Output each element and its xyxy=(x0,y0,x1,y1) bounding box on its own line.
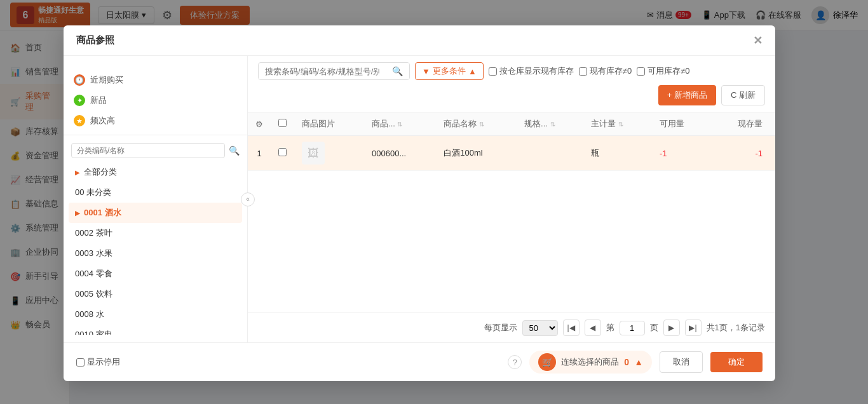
show-disabled-label: 显示停用 xyxy=(87,356,120,368)
sort-icon: ⇅ xyxy=(479,121,484,128)
product-table: ⚙ 商品图片 商品... ⇅ 商品名称 ⇅ 规格... ⇅ 主计量 ⇅ 可用量 … xyxy=(248,112,775,171)
dialog-header: 商品参照 ✕ xyxy=(64,25,775,56)
category-0001[interactable]: ▶ 0001 酒水 xyxy=(69,203,242,223)
category-list: ▶ 全部分类 00 未分类 ▶ 0001 酒水 0002 茶叶 0003 水果 xyxy=(64,162,247,335)
sort-icon: ⇅ xyxy=(550,121,555,128)
checkbox-usable-label: 可用库存≠0 xyxy=(648,65,689,77)
modal-overlay: 商品参照 ✕ 🕐 近期购买 ✦ 新品 ★ xyxy=(0,0,868,404)
more-conditions-label: 更多条件 xyxy=(433,65,466,77)
category-0010[interactable]: 0010 家电 xyxy=(69,325,242,335)
total-info: 共1页，1条记录 xyxy=(707,322,765,333)
category-all-label: 全部分类 xyxy=(84,166,117,178)
quick-item-new[interactable]: ✦ 新品 xyxy=(64,90,247,111)
cancel-btn[interactable]: 取消 xyxy=(660,351,703,373)
quick-item-recent-label: 近期购买 xyxy=(90,74,123,86)
chevron-up-icon: ▲ xyxy=(468,67,477,76)
cell-name: 白酒100ml xyxy=(436,136,517,171)
category-0005-label: 0005 饮料 xyxy=(75,288,112,300)
product-search-btn[interactable]: 🔍 xyxy=(386,63,409,79)
category-0010-label: 0010 家电 xyxy=(75,329,112,335)
page-size-label: 每页显示 xyxy=(484,322,517,333)
pagination-bar: 每页显示 50 10 20 100 |◀ ◀ 第 页 ▶ ▶| 共1页，1条记录 xyxy=(248,313,775,342)
row-checkbox[interactable] xyxy=(278,148,287,156)
product-reference-dialog: 商品参照 ✕ 🕐 近期购买 ✦ 新品 ★ xyxy=(64,25,775,381)
select-all-checkbox[interactable] xyxy=(278,119,287,127)
clock-icon: 🕐 xyxy=(74,74,85,86)
product-image: 🖼 xyxy=(302,142,325,165)
page-unit: 页 xyxy=(650,322,658,333)
chevron-up-icon[interactable]: ▲ xyxy=(634,357,643,367)
cell-checkbox[interactable] xyxy=(271,136,294,171)
category-0002[interactable]: 0002 茶叶 xyxy=(69,223,242,243)
dialog-close-btn[interactable]: ✕ xyxy=(753,35,763,46)
category-0005[interactable]: 0005 饮料 xyxy=(69,284,242,304)
col-code[interactable]: 商品... ⇅ xyxy=(364,112,436,136)
checkbox-by-warehouse-input[interactable] xyxy=(489,67,497,76)
first-page-btn[interactable]: |◀ xyxy=(563,320,580,336)
category-search-input[interactable] xyxy=(71,143,225,158)
quick-item-recent[interactable]: 🕐 近期购买 xyxy=(64,70,247,90)
footer-right: ? 🛒 连续选择的商品 0 ▲ 取消 确定 xyxy=(508,351,763,374)
cart-count: 0 xyxy=(624,357,629,367)
show-disabled-checkbox[interactable]: 显示停用 xyxy=(76,356,120,368)
cell-image: 🖼 xyxy=(294,136,364,171)
col-spec[interactable]: 规格... ⇅ xyxy=(517,112,583,136)
cell-spec xyxy=(517,136,583,171)
left-panel: 🕐 近期购买 ✦ 新品 ★ 频次高 🔍 xyxy=(64,56,248,342)
show-disabled-input[interactable] xyxy=(76,358,85,367)
table-row[interactable]: 1 🖼 000600... 白酒100ml 瓶 -1 -1 xyxy=(248,136,775,171)
category-0004[interactable]: 0004 零食 xyxy=(69,264,242,284)
col-unit[interactable]: 主计量 ⇅ xyxy=(583,112,652,136)
cell-code: 000600... xyxy=(364,136,436,171)
col-current: 现存量 xyxy=(710,112,775,136)
panel-collapse-btn[interactable]: « xyxy=(241,192,255,206)
checkbox-usable[interactable]: 可用库存≠0 xyxy=(637,65,689,77)
table-header-row: ⚙ 商品图片 商品... ⇅ 商品名称 ⇅ 规格... ⇅ 主计量 ⇅ 可用量 … xyxy=(248,112,775,136)
checkbox-available-label: 现有库存≠0 xyxy=(590,65,632,77)
quick-item-freq[interactable]: ★ 频次高 xyxy=(64,111,247,131)
cart-area[interactable]: 🛒 连续选择的商品 0 ▲ xyxy=(529,351,652,374)
add-product-btn[interactable]: + 新增商品 xyxy=(658,85,716,105)
help-icon[interactable]: ? xyxy=(508,355,522,369)
right-panel: 🔍 ▼ 更多条件 ▲ 按仓库显示现有库存 现有库存≠0 xyxy=(248,56,775,342)
arrow-icon: ▶ xyxy=(75,169,80,176)
category-0004-label: 0004 零食 xyxy=(75,268,112,279)
last-page-btn[interactable]: ▶| xyxy=(685,320,702,336)
product-search-box: 🔍 xyxy=(258,62,410,80)
category-0008[interactable]: 0008 水 xyxy=(69,304,242,325)
left-panel-top xyxy=(64,64,247,70)
sort-icon: ⇅ xyxy=(618,121,623,128)
arrow-icon: ▶ xyxy=(75,210,80,217)
col-name[interactable]: 商品名称 ⇅ xyxy=(436,112,517,136)
category-search-area: 🔍 xyxy=(64,139,247,162)
next-page-btn[interactable]: ▶ xyxy=(663,320,680,336)
cart-text-label: 连续选择的商品 xyxy=(561,356,619,368)
page-size-select[interactable]: 50 10 20 100 xyxy=(522,320,558,336)
cell-no: 1 xyxy=(248,136,271,171)
more-conditions-btn[interactable]: ▼ 更多条件 ▲ xyxy=(415,62,484,80)
col-settings[interactable]: ⚙ xyxy=(248,112,271,136)
checkbox-by-warehouse[interactable]: 按仓库显示现有库存 xyxy=(489,65,574,77)
new-icon: ✦ xyxy=(74,95,85,106)
checkbox-available-input[interactable] xyxy=(579,67,587,76)
cart-icon: 🛒 xyxy=(538,353,556,371)
category-0003-label: 0003 水果 xyxy=(75,248,112,259)
checkbox-usable-input[interactable] xyxy=(637,67,645,76)
prev-page-btn[interactable]: ◀ xyxy=(585,320,601,336)
cell-usable: -1 xyxy=(652,136,710,171)
product-search-input[interactable] xyxy=(259,64,386,79)
col-usable: 可用量 xyxy=(652,112,710,136)
category-0003[interactable]: 0003 水果 xyxy=(69,243,242,264)
page-number-input[interactable] xyxy=(620,321,645,335)
checkbox-available[interactable]: 现有库存≠0 xyxy=(579,65,632,77)
confirm-btn[interactable]: 确定 xyxy=(710,352,763,372)
category-0008-label: 0008 水 xyxy=(75,309,104,320)
category-all[interactable]: ▶ 全部分类 xyxy=(69,162,242,182)
quick-item-new-label: 新品 xyxy=(90,95,107,106)
category-search-icon[interactable]: 🔍 xyxy=(229,145,240,156)
refresh-btn[interactable]: C 刷新 xyxy=(721,85,765,105)
category-00-label: 00 未分类 xyxy=(75,187,111,198)
category-00[interactable]: 00 未分类 xyxy=(69,182,242,203)
data-table: ⚙ 商品图片 商品... ⇅ 商品名称 ⇅ 规格... ⇅ 主计量 ⇅ 可用量 … xyxy=(248,112,775,313)
col-image: 商品图片 xyxy=(294,112,364,136)
